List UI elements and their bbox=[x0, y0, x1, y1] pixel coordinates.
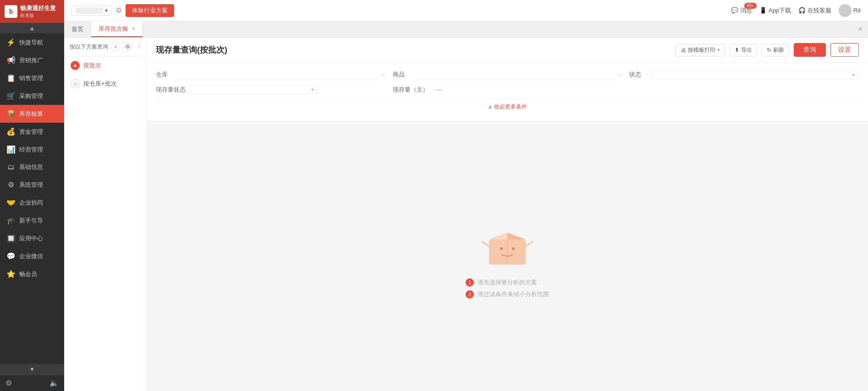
product-more-btn[interactable]: ··· bbox=[618, 72, 622, 77]
svg-line-6 bbox=[482, 242, 489, 246]
warehouse-label: 仓库 bbox=[156, 71, 174, 79]
online-service-item[interactable]: 🎧 在线客服 bbox=[798, 6, 831, 15]
nav-icon-4: 🛒 bbox=[6, 92, 16, 100]
add-filter-icon[interactable]: + bbox=[111, 42, 120, 51]
product-input[interactable] bbox=[415, 69, 615, 80]
settings-icon[interactable]: ⚙ bbox=[5, 379, 12, 387]
tab-home-label: 首页 bbox=[71, 25, 83, 33]
product-field: 商品 ··· bbox=[393, 69, 622, 80]
nav-icon-11: 🎓 bbox=[6, 216, 16, 225]
svg-marker-1 bbox=[489, 233, 507, 239]
topbar-right: 💬 消息 99+ 📱 App下载 🎧 在线客服 Rit bbox=[731, 4, 861, 17]
collapse-panel-icon[interactable]: 《 bbox=[135, 42, 141, 51]
tab-home[interactable]: 首页 bbox=[64, 21, 91, 37]
nav-icon-9: ⚙ bbox=[6, 180, 16, 189]
nav-label-1: 快捷导航 bbox=[19, 38, 43, 47]
filter-option-1[interactable]: ◎按仓库+批次 bbox=[64, 75, 146, 93]
app-download-item[interactable]: 📱 App下载 bbox=[759, 6, 791, 15]
product-label: 商品 bbox=[393, 71, 411, 79]
messages-item[interactable]: 💬 消息 99+ bbox=[731, 6, 752, 15]
empty-tip-1: 1 请先选择要分析的方案 bbox=[466, 278, 549, 287]
sidebar-item-企业微信[interactable]: 💬企业微信 bbox=[0, 247, 64, 265]
sound-icon[interactable]: 🔈 bbox=[49, 379, 59, 387]
messages-badge: 99+ bbox=[744, 3, 757, 9]
sidebar-item-新手引导[interactable]: 🎓新手引导 bbox=[0, 212, 64, 229]
nav-icon-2: 📢 bbox=[6, 56, 16, 65]
filter-option-0[interactable]: ●按批次 bbox=[64, 56, 146, 75]
svg-point-5 bbox=[512, 247, 515, 250]
print-button[interactable]: 🖨 按模板打印 ▾ bbox=[676, 44, 725, 56]
warehouse-more-btn[interactable]: ··· bbox=[381, 72, 385, 77]
sidebar-item-企业协同[interactable]: 🤝企业协同 bbox=[0, 194, 64, 212]
stock-status-caret-icon: ▾ bbox=[311, 87, 313, 92]
collapse-more-btn[interactable]: ∧ 收起更多条件 bbox=[156, 99, 859, 114]
sidebar-item-资金管理[interactable]: 💰资金管理 bbox=[0, 123, 64, 141]
sidebar-item-应用中心[interactable]: 🔲应用中心 bbox=[0, 229, 64, 247]
tab-close-icon[interactable]: × bbox=[132, 26, 135, 32]
topbar-breadcrumb-select[interactable]: ▾ bbox=[71, 5, 112, 16]
sidebar-item-畅会员[interactable]: ⭐畅会员 bbox=[0, 265, 64, 283]
tabs-close-button[interactable]: × bbox=[853, 25, 868, 33]
warehouse-input[interactable] bbox=[178, 69, 378, 80]
refresh-button[interactable]: ↻ 刷新 bbox=[762, 44, 789, 56]
nav-label-11: 新手引导 bbox=[19, 217, 43, 225]
filter-items: ●按批次◎按仓库+批次 bbox=[64, 56, 146, 93]
filter-panel-actions: + ⚙ 《 bbox=[111, 42, 141, 51]
stock-status-select[interactable]: ▾ bbox=[189, 85, 318, 94]
query-button[interactable]: 查询 bbox=[794, 43, 826, 57]
nav-icon-10: 🤝 bbox=[6, 198, 16, 207]
nav-label-10: 企业协同 bbox=[19, 199, 43, 207]
tabs-bar: 首页 库存批次账 × × bbox=[64, 21, 868, 38]
sidebar-item-系统管理[interactable]: ⚙系统管理 bbox=[0, 176, 64, 194]
stock-qty-field: 现存量（主） — bbox=[393, 86, 622, 94]
sidebar: b 畅康通好生意 标准版 ▲ ⚡快捷导航📢营销推广📋销售管理🛒采购管理📦库存核算… bbox=[0, 0, 64, 391]
page-header: 现存量查询(按批次) 🖨 按模板打印 ▾ ⬆ 导出 ↻ 刷新 bbox=[147, 38, 868, 63]
chevron-down-icon: ▾ bbox=[105, 7, 108, 14]
trial-button[interactable]: 体验行业方案 bbox=[126, 4, 174, 17]
tip-text-2: 用过滤条件来缩小分析范围 bbox=[478, 290, 549, 299]
nav-icon-13: 💬 bbox=[6, 252, 16, 261]
tip-text-1: 请先选择要分析的方案 bbox=[478, 278, 537, 287]
sidebar-item-营销推广[interactable]: 📢营销推广 bbox=[0, 51, 64, 69]
sidebar-scroll-up[interactable]: ▲ bbox=[0, 23, 64, 33]
filter-settings-icon[interactable]: ⚙ bbox=[123, 42, 132, 51]
topbar-left: ▾ ⚙ 体验行业方案 bbox=[71, 4, 174, 17]
sidebar-item-库存核算[interactable]: 📦库存核算 bbox=[0, 105, 64, 123]
nav-icon-6: 💰 bbox=[6, 127, 16, 136]
edition-label: 标准版 bbox=[20, 12, 56, 19]
nav-label-8: 基础信息 bbox=[19, 163, 43, 171]
nav-label-6: 资金管理 bbox=[19, 128, 43, 136]
app-logo: b bbox=[5, 5, 17, 18]
sidebar-item-经营管理[interactable]: 📊经营管理 bbox=[0, 141, 64, 158]
print-icon: 🖨 bbox=[681, 47, 686, 53]
sidebar-item-销售管理[interactable]: 📋销售管理 bbox=[0, 69, 64, 87]
export-button[interactable]: ⬆ 导出 bbox=[730, 44, 757, 56]
headset-icon: 🎧 bbox=[798, 7, 806, 14]
refresh-label: 刷新 bbox=[773, 46, 784, 54]
svg-point-4 bbox=[500, 247, 503, 250]
sidebar-item-采购管理[interactable]: 🛒采购管理 bbox=[0, 87, 64, 105]
sidebar-item-基础信息[interactable]: 🗂基础信息 bbox=[0, 158, 64, 176]
svg-marker-2 bbox=[507, 233, 526, 239]
sidebar-scroll-down[interactable]: ▼ bbox=[0, 364, 64, 375]
tip-num-2: 2 bbox=[466, 290, 474, 299]
status-select[interactable]: ▾ bbox=[651, 70, 859, 80]
main-content: 现存量查询(按批次) 🖨 按模板打印 ▾ ⬆ 导出 ↻ 刷新 bbox=[147, 38, 868, 391]
settings-button[interactable]: 设置 bbox=[830, 43, 859, 57]
content-area: 按以下方案查询 + ⚙ 《 ●按批次◎按仓库+批次 现存量查询(按批次) 🖨 按… bbox=[64, 38, 868, 391]
company-name: 畅康通好生意 bbox=[20, 4, 56, 12]
user-avatar-item[interactable]: Rit bbox=[839, 4, 861, 17]
topbar-gear-icon[interactable]: ⚙ bbox=[115, 6, 122, 15]
sidebar-item-快捷导航[interactable]: ⚡快捷导航 bbox=[0, 33, 64, 51]
tab-inventory-batch[interactable]: 库存批次账 × bbox=[91, 21, 143, 37]
filter-row-2: 现存量状态 ▾ 现存量（主） — bbox=[156, 85, 859, 94]
sidebar-header: b 畅康通好生意 标准版 bbox=[0, 0, 64, 23]
tab-inventory-batch-label: 库存批次账 bbox=[99, 25, 128, 33]
empty-state: 1 请先选择要分析的方案 2 用过滤条件来缩小分析范围 bbox=[147, 121, 868, 391]
nav-label-7: 经营管理 bbox=[19, 146, 43, 154]
nav-label-2: 营销推广 bbox=[19, 56, 43, 65]
topbar: ▾ ⚙ 体验行业方案 💬 消息 99+ 📱 App下载 🎧 在线客服 Rit bbox=[64, 0, 868, 21]
empty-svg bbox=[480, 214, 535, 269]
main-area: ▾ ⚙ 体验行业方案 💬 消息 99+ 📱 App下载 🎧 在线客服 Rit bbox=[64, 0, 868, 391]
online-service-label: 在线客服 bbox=[808, 6, 831, 15]
